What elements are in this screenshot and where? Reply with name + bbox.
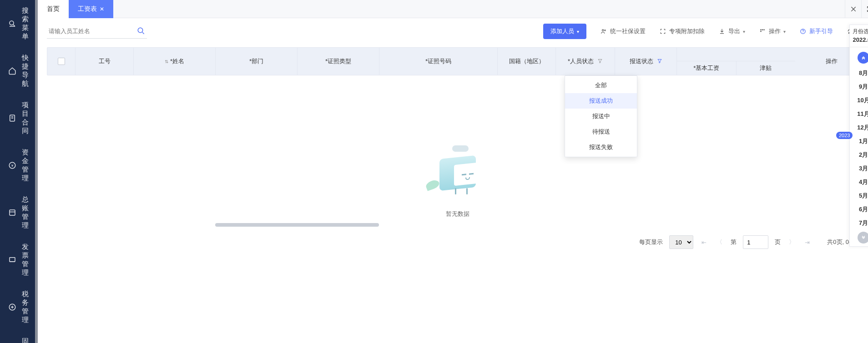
sidebar-item-asset[interactable]: 固定资产 [0, 331, 38, 343]
per-page-label: 每页显示 [639, 238, 663, 246]
page-suffix: 页 [775, 238, 781, 246]
th-nationality[interactable]: 国籍（地区） [498, 48, 556, 75]
social-settings-button[interactable]: 统一社保设置 [600, 27, 646, 35]
operate-button[interactable]: 操作 ▾ [759, 27, 786, 35]
sidebar-label: 资金管理 [22, 148, 30, 183]
add-person-button[interactable]: 添加人员 ▾ [543, 24, 586, 39]
sidebar-item-ledger[interactable]: 总账管理 [0, 189, 38, 236]
svg-rect-31 [762, 29, 763, 30]
sidebar-item-quicknav[interactable]: 快捷导航 [0, 47, 38, 94]
help-icon [799, 28, 807, 35]
guide-button[interactable]: 新手引导 [799, 27, 833, 35]
th-allowance[interactable]: 津贴 [737, 61, 796, 75]
home-icon [8, 66, 16, 75]
main: 首页 工资表 ✕ 添加人员 ▾ 统一社保设置 [38, 0, 868, 343]
horizontal-scrollbar[interactable] [47, 223, 868, 227]
tax-icon [8, 303, 16, 312]
select-all-checkbox[interactable] [58, 58, 65, 65]
month-item[interactable]: 1月 [850, 134, 868, 148]
sidebar-item-tax[interactable]: 税务管理 [0, 283, 38, 331]
dropdown-item-submitting[interactable]: 报送中 [565, 109, 637, 124]
month-item[interactable]: 6月 [850, 203, 868, 216]
th-label: 工号 [99, 57, 111, 65]
tabs-bar: 首页 工资表 ✕ [38, 0, 868, 18]
per-page-select[interactable]: 10 [669, 235, 693, 249]
month-item[interactable]: 8月 [850, 66, 868, 80]
search-wrap [47, 24, 147, 39]
month-item[interactable]: 2月 [850, 148, 868, 162]
month-item[interactable]: 7月 [850, 216, 868, 230]
svg-point-26 [138, 28, 143, 33]
sidebar: 搜索菜单 快捷导航 项目合同 ¥ 资金管理 总账管理 发票管理 税务管理 固定资 [0, 0, 38, 343]
close-icon[interactable]: ✕ [100, 6, 104, 12]
th-label: *证照类型 [325, 57, 351, 65]
month-item[interactable]: 10月 [850, 94, 868, 107]
th-checkbox [47, 48, 76, 75]
sort-icon[interactable]: ⇅ [165, 59, 168, 64]
svg-rect-30 [760, 29, 761, 30]
sidebar-item-fund[interactable]: ¥ 资金管理 [0, 142, 38, 189]
page-last[interactable]: ⇥ [803, 239, 812, 246]
deduction-button[interactable]: 专项附加扣除 [659, 27, 705, 35]
link-label: 统一社保设置 [610, 27, 646, 35]
dropdown-item-all[interactable]: 全部 [565, 78, 637, 93]
th-base-salary[interactable]: *基本工资 [677, 61, 737, 75]
caret-down-icon: ▾ [783, 29, 786, 34]
page-input[interactable] [743, 235, 768, 249]
th-name[interactable]: ⇅*姓名 [134, 48, 216, 75]
sidebar-label: 项目合同 [22, 101, 30, 135]
month-scroll-down[interactable] [858, 232, 868, 244]
sidebar-label: 税务管理 [22, 290, 30, 324]
scrollbar-thumb[interactable] [215, 223, 379, 227]
month-item[interactable]: 11月 [850, 107, 868, 121]
th-person-status[interactable]: *人员状态 [556, 48, 615, 75]
sidebar-label: 总账管理 [22, 195, 30, 230]
svg-rect-8 [10, 210, 15, 215]
sidebar-item-search-menu[interactable]: 搜索菜单 [0, 0, 38, 47]
filter-icon[interactable] [657, 58, 662, 65]
filter-icon[interactable] [597, 58, 603, 65]
th-submit-status[interactable]: 报送状态 [615, 48, 677, 75]
page-first[interactable]: ⇤ [700, 239, 708, 246]
month-item[interactable]: 12月 [850, 121, 868, 134]
sidebar-label: 搜索菜单 [22, 6, 30, 41]
tabs-fullscreen[interactable] [861, 0, 868, 18]
month-item[interactable]: 5月 [850, 189, 868, 203]
page-next[interactable]: 〉 [787, 238, 797, 246]
th-label: 津贴 [760, 64, 772, 72]
tabs-close-all[interactable] [845, 0, 861, 18]
month-scroll-up[interactable] [858, 52, 868, 64]
export-button[interactable]: 导出 ▾ [718, 27, 745, 35]
month-panel-title: 月份选择 [850, 25, 868, 36]
tab-home[interactable]: 首页 [38, 0, 69, 18]
month-item[interactable]: 4月 [850, 175, 868, 189]
dropdown-item-pending[interactable]: 待报送 [565, 124, 637, 139]
month-item[interactable]: 3月 [850, 162, 868, 175]
sidebar-item-contract[interactable]: 项目合同 [0, 94, 38, 142]
table-head: 工号 ⇅*姓名 *部门 *证照类型 *证照号码 国籍（地区） *人员状态 报送状… [47, 47, 868, 75]
page-prev[interactable]: 〈 [715, 238, 724, 246]
search-icon[interactable] [137, 27, 145, 36]
th-employee-id[interactable]: 工号 [76, 48, 134, 75]
th-label: *基本工资 [693, 64, 719, 72]
th-id-type[interactable]: *证照类型 [298, 48, 379, 75]
th-salary-group: *基本工资 津贴 [677, 48, 795, 75]
link-label: 新手引导 [809, 27, 833, 35]
th-department[interactable]: *部门 [216, 48, 298, 75]
dropdown-item-failed[interactable]: 报送失败 [565, 139, 637, 155]
svg-point-28 [602, 30, 604, 31]
submit-status-dropdown: 全部 报送成功 报送中 待报送 报送失败 [565, 75, 637, 157]
sidebar-item-invoice[interactable]: 发票管理 [0, 236, 38, 283]
link-label: 导出 [728, 27, 740, 35]
th-label: 国籍（地区） [509, 57, 545, 65]
th-label: *部门 [249, 57, 263, 65]
svg-marker-36 [598, 59, 602, 63]
svg-rect-33 [760, 31, 761, 32]
tab-salary-sheet[interactable]: 工资表 ✕ [69, 0, 113, 18]
dropdown-item-success[interactable]: 报送成功 [565, 93, 637, 109]
month-panel-year: 2022.05 [850, 36, 868, 47]
th-label: *姓名 [170, 57, 184, 65]
th-id-number[interactable]: *证照号码 [379, 48, 498, 75]
month-item[interactable]: 9月 [850, 80, 868, 94]
search-input[interactable] [47, 24, 147, 39]
